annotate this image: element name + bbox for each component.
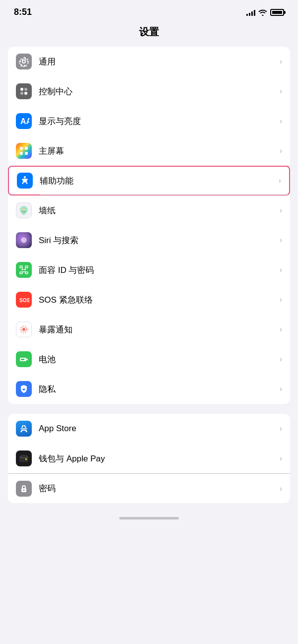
battery-icon (16, 351, 32, 367)
svg-rect-17 (20, 272, 22, 274)
password-label: 密码 (39, 483, 278, 494)
appstore-chevron: › (280, 424, 282, 433)
appstore-icon (16, 421, 32, 437)
settings-item-wallet[interactable]: 钱包与 Apple Pay › (8, 444, 290, 473)
wallet-icon (16, 451, 32, 466)
privacy-chevron: › (280, 385, 282, 393)
svg-rect-31 (20, 457, 28, 458)
general-label: 通用 (39, 56, 278, 67)
wifi-icon (258, 9, 267, 16)
exposure-label: 暴露通知 (39, 324, 278, 335)
settings-item-accessibility[interactable]: 辅助功能 › (8, 166, 290, 195)
appstore-label: App Store (39, 424, 278, 434)
battery-chevron: › (280, 355, 282, 364)
general-chevron: › (280, 57, 282, 66)
page-title: 设置 (0, 21, 298, 47)
settings-item-general[interactable]: 通用 › (8, 47, 290, 76)
svg-rect-26 (26, 359, 28, 360)
svg-point-20 (25, 269, 26, 270)
settings-item-appstore[interactable]: App Store › (8, 414, 290, 444)
password-icon (16, 481, 32, 497)
svg-rect-27 (21, 359, 24, 360)
settings-item-privacy[interactable]: 隐私 › (8, 374, 290, 404)
exposure-icon (16, 322, 32, 337)
wallpaper-chevron: › (280, 206, 282, 215)
privacy-label: 隐私 (39, 384, 278, 395)
svg-point-22 (22, 328, 25, 331)
svg-rect-18 (25, 272, 28, 274)
privacy-icon (16, 381, 32, 397)
svg-point-3 (24, 92, 27, 95)
home-bar (119, 517, 179, 519)
display-icon: AA (16, 113, 32, 129)
control-center-icon (16, 83, 32, 99)
svg-point-9 (24, 176, 26, 178)
svg-rect-16 (25, 266, 28, 268)
home-indicator (0, 513, 298, 521)
svg-rect-6 (25, 147, 28, 150)
settings-item-wallpaper[interactable]: 墙纸 › (8, 195, 290, 225)
svg-point-0 (20, 88, 23, 91)
siri-icon (16, 232, 32, 248)
status-icons (246, 9, 284, 16)
settings-item-exposure[interactable]: 暴露通知 › (8, 315, 290, 344)
general-icon (16, 54, 32, 69)
accessibility-icon (17, 173, 33, 189)
svg-rect-7 (20, 152, 23, 155)
svg-rect-32 (25, 458, 27, 460)
siri-chevron: › (280, 236, 282, 245)
wallet-label: 钱包与 Apple Pay (39, 453, 278, 464)
settings-section-2: App Store › 钱包与 Apple Pay › 密码 › (8, 414, 290, 503)
settings-item-control-center[interactable]: 控制中心 › (8, 76, 290, 106)
accessibility-label: 辅助功能 (40, 175, 277, 187)
settings-item-faceid[interactable]: 面容 ID 与密码 › (8, 255, 290, 285)
sos-icon: SOS (16, 292, 32, 308)
homescreen-chevron: › (280, 146, 282, 155)
homescreen-icon (16, 143, 32, 159)
svg-rect-5 (20, 147, 23, 150)
settings-item-sos[interactable]: SOS SOS 紧急联络 › (8, 285, 290, 315)
faceid-icon (16, 262, 32, 278)
display-label: 显示与亮度 (39, 116, 278, 127)
password-chevron: › (280, 484, 282, 493)
svg-point-11 (25, 208, 26, 209)
control-center-label: 控制中心 (39, 86, 278, 97)
homescreen-label: 主屏幕 (39, 145, 278, 157)
svg-rect-8 (25, 152, 28, 155)
signal-icon (246, 9, 255, 16)
settings-item-battery[interactable]: 电池 › (8, 344, 290, 374)
settings-item-siri[interactable]: Siri 与搜索 › (8, 225, 290, 255)
sos-chevron: › (280, 295, 282, 304)
settings-section-1: 通用 › 控制中心 › AA 显示与亮度 › (8, 47, 290, 404)
wallet-chevron: › (280, 454, 282, 463)
accessibility-chevron: › (279, 176, 281, 185)
svg-point-10 (22, 209, 23, 210)
settings-item-password[interactable]: 密码 › (8, 473, 290, 503)
siri-label: Siri 与搜索 (39, 235, 278, 246)
display-chevron: › (280, 117, 282, 126)
exposure-chevron: › (280, 325, 282, 334)
svg-text:AA: AA (20, 117, 29, 126)
svg-point-19 (22, 269, 23, 270)
wallpaper-icon (16, 202, 32, 218)
status-time: 8:51 (14, 7, 32, 17)
svg-point-14 (23, 240, 25, 241)
status-bar: 8:51 (0, 0, 298, 21)
svg-text:SOS: SOS (19, 298, 29, 303)
sos-label: SOS 紧急联络 (39, 294, 278, 306)
svg-point-34 (23, 489, 25, 491)
battery-status-icon (270, 9, 284, 16)
svg-rect-15 (20, 266, 22, 268)
control-center-chevron: › (280, 87, 282, 96)
svg-point-1 (24, 88, 27, 91)
faceid-label: 面容 ID 与密码 (39, 264, 278, 276)
faceid-chevron: › (280, 265, 282, 274)
settings-item-display[interactable]: AA 显示与亮度 › (8, 106, 290, 136)
settings-item-homescreen[interactable]: 主屏幕 › (8, 136, 290, 166)
svg-point-2 (20, 92, 23, 95)
wallpaper-label: 墙纸 (39, 205, 278, 216)
battery-label: 电池 (39, 354, 278, 365)
